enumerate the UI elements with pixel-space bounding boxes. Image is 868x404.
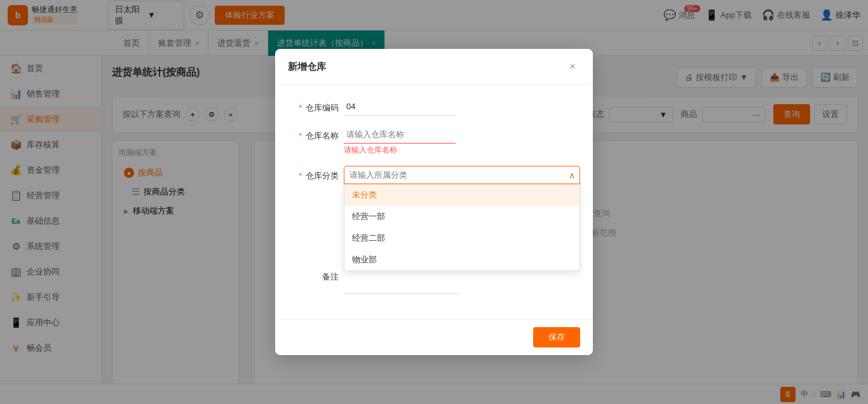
category-input[interactable]: [344, 166, 580, 184]
dialog-footer: 保存: [275, 319, 593, 355]
name-row: * 仓库名称 请输入仓库名称: [288, 126, 580, 156]
notes-label: 备注: [288, 267, 339, 283]
modal-overlay: 新增仓库 × * 仓库编码 * 仓库名称: [0, 0, 868, 404]
add-warehouse-dialog: 新增仓库 × * 仓库编码 * 仓库名称: [275, 49, 593, 355]
dropdown-item-uncategorized[interactable]: 未分类: [344, 184, 580, 206]
name-input-wrap: 请输入仓库名称: [344, 126, 580, 156]
code-input[interactable]: [344, 98, 456, 116]
dialog-title: 新增仓库: [288, 61, 326, 73]
dropdown-item-dept2[interactable]: 经营二部: [344, 227, 580, 249]
category-row: * 仓库分类 ∧ 未分类 经营一部 经营二部 物业部: [288, 166, 580, 184]
name-input[interactable]: [344, 126, 456, 144]
name-label: * 仓库名称: [288, 126, 339, 142]
category-arrow-icon[interactable]: ∧: [569, 170, 575, 180]
name-error-msg: 请输入仓库名称: [344, 145, 580, 156]
dropdown-item-dept1[interactable]: 经营一部: [344, 206, 580, 227]
dialog-header: 新增仓库 ×: [275, 49, 593, 85]
dialog-body: * 仓库编码 * 仓库名称 请输入仓库名称: [275, 85, 593, 319]
code-row: * 仓库编码: [288, 98, 580, 116]
dropdown-item-dept3[interactable]: 物业部: [344, 249, 580, 271]
code-input-wrap: [344, 98, 580, 116]
category-input-wrap: ∧ 未分类 经营一部 经营二部 物业部: [344, 166, 580, 184]
save-button[interactable]: 保存: [533, 327, 580, 347]
code-label: * 仓库编码: [288, 98, 339, 114]
category-label: * 仓库分类: [288, 166, 339, 182]
dialog-close-button[interactable]: ×: [565, 59, 580, 74]
category-dropdown: 未分类 经营一部 经营二部 物业部: [344, 184, 580, 271]
